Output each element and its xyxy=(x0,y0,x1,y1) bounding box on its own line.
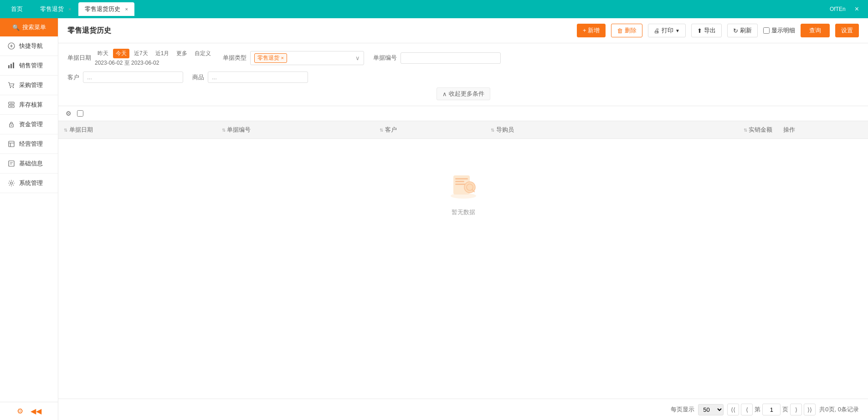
tab-home[interactable]: 首页 xyxy=(5,2,29,16)
filter-customer: 客户 xyxy=(67,72,183,83)
sidebar-item-label: 基础信息 xyxy=(19,159,43,168)
page-suffix: 页 xyxy=(782,405,788,414)
search-icon: 🔍 xyxy=(12,24,20,31)
filter-row-2: 客户 商品 xyxy=(67,72,859,83)
first-page-button[interactable]: ⟨⟨ xyxy=(727,404,739,415)
data-table: ⇅ 单据日期 ⇅ 单据编号 ⇅ 客户 ⇅ 导购员 xyxy=(58,121,868,139)
svg-point-4 xyxy=(10,87,11,88)
customer-label: 客户 xyxy=(67,73,79,82)
sales-mgmt-icon xyxy=(7,61,15,70)
bill-type-select[interactable]: 零售退货 × ∨ xyxy=(250,51,364,65)
settings-bottom-icon[interactable]: ⚙ xyxy=(17,407,23,415)
date-btn-7days[interactable]: 近7天 xyxy=(131,49,151,58)
empty-state: 暂无数据 xyxy=(58,139,868,244)
next-page-button[interactable]: ⟩ xyxy=(790,404,802,415)
last-page-button[interactable]: ⟩⟩ xyxy=(804,404,816,415)
goods-label: 商品 xyxy=(192,73,204,82)
sidebar-item-inventory[interactable]: 库存核算 xyxy=(0,95,58,115)
sidebar-item-label: 快捷导航 xyxy=(19,42,43,50)
tab-retail-return-history-close[interactable]: × xyxy=(125,6,128,12)
date-btn-more[interactable]: 更多 xyxy=(174,49,190,58)
prev-page-button[interactable]: ⟨ xyxy=(741,404,753,415)
svg-rect-16 xyxy=(455,181,464,182)
date-btn-yesterday[interactable]: 昨天 xyxy=(95,49,111,58)
volume-bottom-icon[interactable]: ◀◀ xyxy=(31,407,41,415)
sidebar-item-label: 系统管理 xyxy=(19,179,43,187)
empty-state-illustration xyxy=(445,166,482,203)
finance-icon xyxy=(7,120,15,128)
page-size-label: 每页显示 xyxy=(671,405,694,414)
bill-type-dropdown-arrow: ∨ xyxy=(355,55,360,61)
brand-label: OfTEn xyxy=(830,6,850,12)
main-content: 零售退货历史 + 新增 🗑 删除 🖨 打印 ▼ ⬆ 导出 xyxy=(58,18,868,420)
bill-type-tag-remove[interactable]: × xyxy=(281,55,283,61)
svg-rect-17 xyxy=(455,184,466,185)
goods-input[interactable] xyxy=(208,72,308,83)
sidebar: 🔍 搜索菜单 快捷导航 销售管理 采购管理 xyxy=(0,18,58,420)
operations-icon xyxy=(7,140,15,148)
col-customer[interactable]: ⇅ 客户 xyxy=(374,121,485,139)
table-select-all-checkbox[interactable] xyxy=(77,110,83,117)
table-settings-icon[interactable]: ⚙ xyxy=(66,110,72,117)
page-title: 零售退货历史 xyxy=(67,26,111,41)
tab-retail-return[interactable]: 零售退货 × xyxy=(34,2,77,16)
filter-bill-no: 单据编号 xyxy=(373,52,501,64)
table-header: ⇅ 单据日期 ⇅ 单据编号 ⇅ 客户 ⇅ 导购员 xyxy=(58,121,868,139)
page-number-input[interactable]: 1 xyxy=(762,404,781,415)
bill-no-label: 单据编号 xyxy=(373,54,397,62)
refresh-icon: ↻ xyxy=(733,27,738,34)
sidebar-bottom: ⚙ ◀◀ xyxy=(0,402,58,420)
delete-button[interactable]: 🗑 删除 xyxy=(611,24,642,37)
settings-button[interactable]: 设置 xyxy=(835,24,859,37)
print-dropdown-icon: ▼ xyxy=(675,28,680,33)
col-actual-amount[interactable]: ⇅ 实销金额 xyxy=(620,121,778,139)
sort-icon: ⇅ xyxy=(222,128,226,133)
pagination: 每页显示 20 50 100 ⟨⟨ ⟨ 第 1 页 ⟩ ⟩⟩ 共0页, 0条记录 xyxy=(58,399,868,420)
sort-icon: ⇅ xyxy=(744,128,747,133)
bill-date-label: 单据日期 xyxy=(67,54,91,62)
page-size-select[interactable]: 20 50 100 xyxy=(698,404,724,415)
print-button[interactable]: 🖨 打印 ▼ xyxy=(648,24,686,37)
tab-retail-return-close[interactable]: × xyxy=(68,6,71,12)
date-btn-today[interactable]: 今天 xyxy=(113,49,129,58)
sidebar-item-label: 资金管理 xyxy=(19,120,43,128)
sidebar-item-label: 采购管理 xyxy=(19,81,43,89)
window-close-button[interactable]: × xyxy=(850,5,863,13)
purchase-mgmt-icon xyxy=(7,81,15,89)
sort-icon: ⇅ xyxy=(380,128,383,133)
sidebar-item-finance[interactable]: 资金管理 xyxy=(0,115,58,134)
svg-rect-15 xyxy=(455,178,468,179)
basic-info-icon xyxy=(7,159,15,168)
page-header: 零售退货历史 + 新增 🗑 删除 🖨 打印 ▼ ⬆ 导出 xyxy=(58,18,868,43)
filter-row-1: 单据日期 昨天 今天 近7天 近1月 更多 自定义 2023-06-02 至 2… xyxy=(67,49,859,67)
date-btn-custom[interactable]: 自定义 xyxy=(192,49,214,58)
bill-no-input[interactable] xyxy=(401,52,501,64)
sidebar-item-purchase-mgmt[interactable]: 采购管理 xyxy=(0,76,58,95)
collapse-button[interactable]: ∧ 收起更多条件 xyxy=(437,87,490,100)
tab-retail-return-history[interactable]: 零售退货历史 × xyxy=(78,2,134,16)
inventory-icon xyxy=(7,101,15,109)
sort-icon: ⇅ xyxy=(64,128,67,133)
filter-bill-type: 单据类型 零售退货 × ∨ xyxy=(223,51,364,65)
col-bill-no[interactable]: ⇅ 单据编号 xyxy=(216,121,375,139)
sidebar-item-quick-nav[interactable]: 快捷导航 xyxy=(0,36,58,56)
col-guide[interactable]: ⇅ 导购员 xyxy=(485,121,620,139)
svg-point-5 xyxy=(13,87,14,88)
col-action: 操作 xyxy=(778,121,868,139)
col-bill-date[interactable]: ⇅ 单据日期 xyxy=(58,121,216,139)
show-detail-checkbox[interactable] xyxy=(763,27,770,34)
refresh-button[interactable]: ↻ 刷新 xyxy=(727,24,758,37)
sidebar-item-sales-mgmt[interactable]: 销售管理 xyxy=(0,56,58,76)
date-btn-1month[interactable]: 近1月 xyxy=(153,49,172,58)
new-button[interactable]: + 新增 xyxy=(577,24,606,37)
customer-input[interactable] xyxy=(83,72,183,83)
export-button[interactable]: ⬆ 导出 xyxy=(691,24,722,37)
sidebar-item-system-mgmt[interactable]: 系统管理 xyxy=(0,174,58,193)
bill-type-label: 单据类型 xyxy=(223,54,247,62)
sidebar-item-basic-info[interactable]: 基础信息 xyxy=(0,154,58,174)
search-menu-button[interactable]: 🔍 搜索菜单 xyxy=(0,18,58,36)
sidebar-item-operations[interactable]: 经营管理 xyxy=(0,134,58,154)
total-info: 共0页, 0条记录 xyxy=(819,405,859,414)
print-icon: 🖨 xyxy=(654,27,660,34)
query-button[interactable]: 查询 xyxy=(801,24,830,37)
